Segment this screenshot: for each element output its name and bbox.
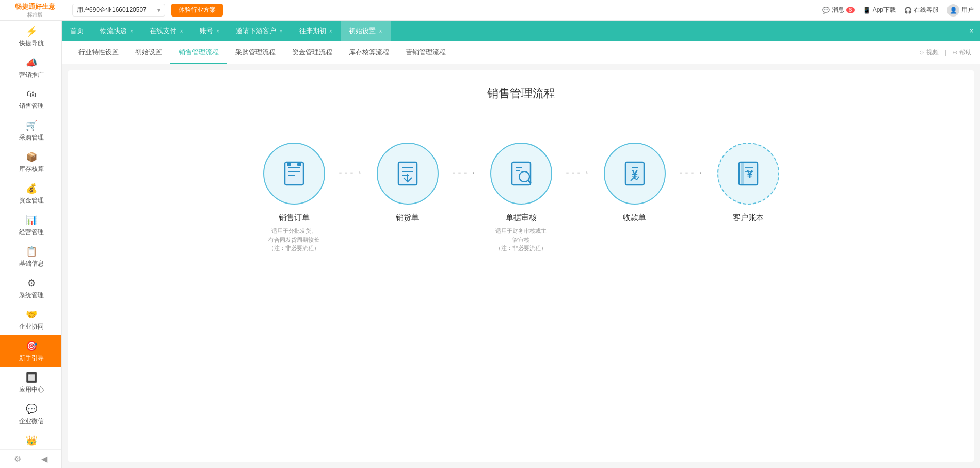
- sidebar-item-sales[interactable]: 🛍 销售管理: [0, 84, 61, 115]
- service-icon: 🎧: [904, 7, 912, 14]
- flow-item-receipt[interactable]: ¥ 收款单: [593, 143, 676, 227]
- nav-invite[interactable]: 邀请下游客户 ×: [228, 21, 291, 41]
- flow-label-audit: 单据审核: [506, 213, 537, 223]
- sidebar-item-label: 快捷导航: [19, 39, 44, 48]
- nav-home[interactable]: 首页: [62, 21, 92, 41]
- flow-arrow-1: - - -→: [335, 143, 366, 178]
- sidebar-item-operation[interactable]: 📊 经营管理: [0, 209, 61, 241]
- nav-invite-close[interactable]: ×: [279, 28, 282, 34]
- finance-icon: 💰: [26, 183, 37, 194]
- arrow-icon-2: - - -→: [453, 167, 476, 178]
- arrow-icon-4: - - -→: [680, 167, 703, 178]
- subtab-stock[interactable]: 库存核算流程: [341, 41, 397, 64]
- sidebar-item-purchase[interactable]: 🛒 采购管理: [0, 115, 61, 146]
- sidebar-item-label: 新手引导: [19, 354, 44, 363]
- sidebar-item-member[interactable]: 👑 畅会员: [0, 430, 61, 449]
- flow-diagram: 销售订单 适用于分批发货、有合同发货周期较长（注：非必要流程） - - -→: [84, 132, 958, 263]
- arrow-icon-3: - - -→: [566, 167, 590, 178]
- sidebar-item-guide[interactable]: 🎯 新手引导: [0, 335, 61, 367]
- nav-period[interactable]: 往来期初 ×: [291, 21, 341, 41]
- svg-rect-20: [741, 162, 744, 185]
- subtab-sales-label: 销售管理流程: [179, 48, 219, 57]
- content-area: 销售管理流程 销售订单 适用于分批发货、有合同发货周期较长（注：非必要流程）: [68, 70, 974, 462]
- app-icon: 📱: [863, 7, 871, 14]
- flow-item-customerbook[interactable]: ¥ 客户账本: [707, 143, 790, 227]
- subtab-purchase[interactable]: 采购管理流程: [227, 41, 284, 64]
- sub-tabs-right: ⊙ 视频 | ⊙ 帮助: [919, 48, 972, 57]
- flow-circle-salesorder: [263, 143, 325, 205]
- online-service-item[interactable]: 🎧 在线客服: [904, 6, 939, 14]
- sidebar-item-inventory[interactable]: 📦 库存核算: [0, 146, 61, 178]
- nav-logistics-close[interactable]: ×: [130, 28, 133, 34]
- collapse-icon[interactable]: ◀: [41, 454, 47, 464]
- nav-payment[interactable]: 在线支付 ×: [141, 21, 191, 41]
- sidebar-item-label: 销售管理: [19, 102, 44, 111]
- sidebar-item-basic[interactable]: 📋 基础信息: [0, 241, 61, 272]
- subtab-marketing[interactable]: 营销管理流程: [397, 41, 454, 64]
- subtab-sales[interactable]: 销售管理流程: [170, 41, 227, 64]
- help-link[interactable]: ⊙ 帮助: [953, 48, 972, 57]
- sidebar-item-appcenter[interactable]: 🔲 应用中心: [0, 367, 61, 398]
- flow-label-salesship: 销货单: [396, 213, 419, 223]
- subtab-init-label: 初始设置: [135, 48, 162, 57]
- nav-account[interactable]: 账号 ×: [191, 21, 228, 41]
- video-link[interactable]: ⊙ 视频: [919, 48, 938, 57]
- sidebar-item-label: 应用中心: [19, 385, 44, 394]
- subtab-stock-label: 库存核算流程: [349, 48, 389, 57]
- sidebar-item-label: 采购管理: [19, 133, 44, 142]
- nav-account-label: 账号: [200, 26, 213, 36]
- wechat-icon: 💬: [26, 403, 37, 415]
- flow-label-receipt: 收款单: [623, 213, 646, 223]
- flow-arrow-3: - - -→: [563, 143, 593, 178]
- appcenter-icon: 🔲: [26, 372, 37, 383]
- sidebar-item-wechat[interactable]: 💬 企业微信: [0, 398, 61, 430]
- enterprise-icon: 🤝: [26, 309, 37, 320]
- nav-init-close[interactable]: ×: [379, 28, 382, 34]
- subtab-industry[interactable]: 行业特性设置: [70, 41, 127, 64]
- nav-logistics[interactable]: 物流快递 ×: [92, 21, 141, 41]
- subtab-capital[interactable]: 资金管理流程: [284, 41, 341, 64]
- flow-circle-audit: [490, 143, 552, 205]
- purchase-icon: 🛒: [26, 120, 37, 131]
- user-item[interactable]: 👤 用户: [947, 4, 974, 17]
- app-download-item[interactable]: 📱 App下载: [863, 6, 896, 14]
- salesship-icon: [393, 159, 422, 188]
- nav-close-all[interactable]: ×: [963, 26, 980, 36]
- flow-item-audit[interactable]: 单据审核 适用于财务审核或主管审核（注：非必要流程）: [480, 143, 563, 253]
- sidebar-item-enterprise[interactable]: 🤝 企业协同: [0, 304, 61, 335]
- audit-icon: [507, 159, 536, 188]
- logo-title: 畅捷通好生意: [15, 2, 55, 11]
- nav-payment-close[interactable]: ×: [180, 28, 183, 34]
- nav-init[interactable]: 初始设置 ×: [341, 21, 390, 41]
- subtab-capital-label: 资金管理流程: [292, 48, 332, 57]
- settings-icon[interactable]: ⚙: [14, 454, 21, 464]
- nav-account-close[interactable]: ×: [216, 28, 219, 34]
- sidebar-item-label: 企业协同: [19, 322, 44, 331]
- receipt-icon: ¥: [620, 159, 649, 188]
- flow-desc-audit: 适用于财务审核或主管审核（注：非必要流程）: [495, 227, 547, 253]
- sales-icon: 🛍: [27, 89, 36, 100]
- flow-circle-receipt: ¥: [604, 143, 666, 205]
- flow-item-salesorder[interactable]: 销售订单 适用于分批发货、有合同发货周期较长（注：非必要流程）: [253, 143, 335, 253]
- nav-init-label: 初始设置: [349, 26, 376, 36]
- flow-label-customerbook: 客户账本: [733, 213, 764, 223]
- nav-period-close[interactable]: ×: [329, 28, 332, 34]
- inventory-icon: 📦: [26, 151, 37, 163]
- sidebar-item-marketing[interactable]: 📣 营销推广: [0, 52, 61, 84]
- flow-item-salesship[interactable]: 销货单: [366, 143, 449, 227]
- sidebar-item-finance[interactable]: 💰 资金管理: [0, 178, 61, 209]
- message-item[interactable]: 💬 消息 6: [822, 6, 855, 14]
- nav-logistics-label: 物流快递: [100, 26, 127, 36]
- user-selector[interactable]: 用户690企业1660120507 ▾: [72, 4, 165, 17]
- arrow-icon-1: - - -→: [339, 167, 363, 178]
- top-right: 💬 消息 6 📱 App下载 🎧 在线客服 👤 用户: [822, 4, 974, 17]
- sidebar-item-system[interactable]: ⚙ 系统管理: [0, 272, 61, 304]
- avatar: 👤: [947, 4, 959, 17]
- subtab-init[interactable]: 初始设置: [127, 41, 170, 64]
- top-bar: 畅捷通好生意 标准版 用户690企业1660120507 ▾ 体验行业方案 💬 …: [0, 0, 980, 21]
- message-badge: 6: [846, 7, 855, 13]
- logo-sub: 标准版: [27, 11, 43, 19]
- trial-button[interactable]: 体验行业方案: [171, 4, 223, 17]
- customerbook-icon: ¥: [734, 159, 763, 188]
- sidebar-item-quicknav[interactable]: ⚡ 快捷导航: [0, 21, 61, 52]
